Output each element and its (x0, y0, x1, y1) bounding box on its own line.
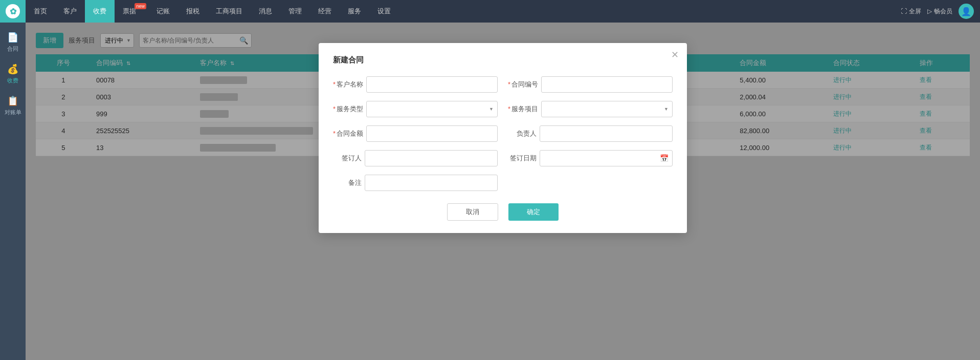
remark-input[interactable] (365, 175, 498, 191)
fee-icon: 💰 (7, 63, 18, 75)
contract-amount-group: *合同金额 0.00 (333, 125, 498, 142)
member-button[interactable]: ▷ 畅会员 (927, 7, 952, 16)
signer-input[interactable] (365, 150, 498, 166)
nav-accounting[interactable]: 记账 (148, 0, 178, 23)
play-icon: ▷ (927, 8, 932, 15)
reconcile-icon: 📋 (7, 95, 18, 107)
contract-amount-label: *合同金额 (333, 129, 363, 138)
form-row-4: 签订人 签订日期 2023-06-06 📅 (333, 150, 673, 166)
top-navigation: ✿ 首页 客户 收费 票据 new 记账 报税 工商项目 消息 管理 经营 服务… (0, 0, 980, 23)
sidebar-label-reconcile: 对账单 (5, 109, 21, 116)
service-type-select[interactable] (366, 101, 498, 117)
logo[interactable]: ✿ (0, 0, 26, 23)
confirm-button[interactable]: 确定 (508, 203, 559, 221)
fullscreen-button[interactable]: ⛶ 全屏 (901, 7, 921, 16)
nav-items: 首页 客户 收费 票据 new 记账 报税 工商项目 消息 管理 经营 服务 设… (26, 0, 901, 23)
contract-no-label: *合同编号 (508, 80, 538, 89)
modal-title: 新建合同 (333, 55, 673, 65)
nav-settings[interactable]: 设置 (369, 0, 399, 23)
customer-name-input[interactable] (366, 76, 498, 93)
nav-customer[interactable]: 客户 (55, 0, 85, 23)
nav-message[interactable]: 消息 (251, 0, 280, 23)
remark-label: 备注 (333, 178, 362, 187)
content-area: 新增 服务项目 进行中 已完成 已终止 🔍 序号 合同编码 (26, 23, 980, 360)
sidebar-item-fee[interactable]: 💰 收费 (0, 59, 26, 89)
service-item-group: *服务项目 (508, 101, 673, 117)
form-row-1: *客户名称 *合同编号 (333, 76, 673, 93)
sidebar-label-contract: 合同 (7, 45, 18, 53)
service-item-select-wrap (541, 101, 673, 117)
sidebar-item-reconcile[interactable]: 📋 对账单 (0, 91, 26, 120)
service-type-label: *服务类型 (333, 104, 363, 114)
nav-bill[interactable]: 票据 new (115, 0, 148, 23)
form-row-5: 备注 (333, 175, 673, 191)
responsible-person-input[interactable] (540, 125, 673, 142)
responsible-person-group: 负责人 (508, 125, 673, 142)
nav-service[interactable]: 服务 (340, 0, 369, 23)
sidebar: 📄 合同 💰 收费 📋 对账单 (0, 23, 26, 360)
contract-no-group: *合同编号 (508, 76, 673, 93)
cancel-button[interactable]: 取消 (447, 203, 498, 221)
contract-amount-input[interactable]: 0.00 (366, 125, 498, 142)
sign-date-wrap: 2023-06-06 📅 (540, 150, 673, 166)
nav-fee[interactable]: 收费 (85, 0, 115, 23)
sign-date-group: 签订日期 2023-06-06 📅 (508, 150, 673, 166)
nav-manage[interactable]: 管理 (280, 0, 310, 23)
form-row-2: *服务类型 *服务项目 (333, 101, 673, 117)
nav-home[interactable]: 首页 (26, 0, 55, 23)
signer-group: 签订人 (333, 150, 498, 166)
responsible-person-label: 负责人 (508, 129, 537, 138)
nav-right: ⛶ 全屏 ▷ 畅会员 👤 (901, 4, 974, 19)
user-avatar[interactable]: 👤 (959, 4, 974, 19)
sign-date-label: 签订日期 (508, 154, 537, 163)
fullscreen-icon: ⛶ (901, 8, 907, 15)
nav-tax[interactable]: 报税 (178, 0, 208, 23)
nav-operation[interactable]: 经营 (310, 0, 340, 23)
customer-name-group: *客户名称 (333, 76, 498, 93)
new-contract-modal: 新建合同 ✕ *客户名称 *合同编号 (319, 43, 687, 233)
sign-date-input[interactable]: 2023-06-06 (540, 150, 673, 166)
calendar-icon[interactable]: 📅 (660, 154, 669, 162)
logo-icon: ✿ (6, 4, 20, 18)
service-item-label: *服务项目 (508, 104, 538, 114)
nav-business[interactable]: 工商项目 (208, 0, 251, 23)
modal-overlay: 新建合同 ✕ *客户名称 *合同编号 (26, 23, 980, 360)
service-type-group: *服务类型 (333, 101, 498, 117)
sidebar-item-contract[interactable]: 📄 合同 (0, 28, 26, 57)
customer-name-label: *客户名称 (333, 80, 363, 89)
service-item-select[interactable] (541, 101, 673, 117)
form-row-3: *合同金额 0.00 负责人 (333, 125, 673, 142)
modal-close-button[interactable]: ✕ (671, 50, 679, 59)
signer-label: 签订人 (333, 154, 362, 163)
sidebar-label-fee: 收费 (7, 77, 18, 84)
service-type-select-wrap (366, 101, 498, 117)
remark-group: 备注 (333, 175, 498, 191)
contract-icon: 📄 (7, 32, 18, 43)
modal-footer: 取消 确定 (333, 203, 673, 221)
main-layout: 📄 合同 💰 收费 📋 对账单 新增 服务项目 进行中 已完成 已终止 (0, 23, 980, 360)
contract-no-input[interactable] (541, 76, 673, 93)
new-badge: new (135, 3, 146, 9)
